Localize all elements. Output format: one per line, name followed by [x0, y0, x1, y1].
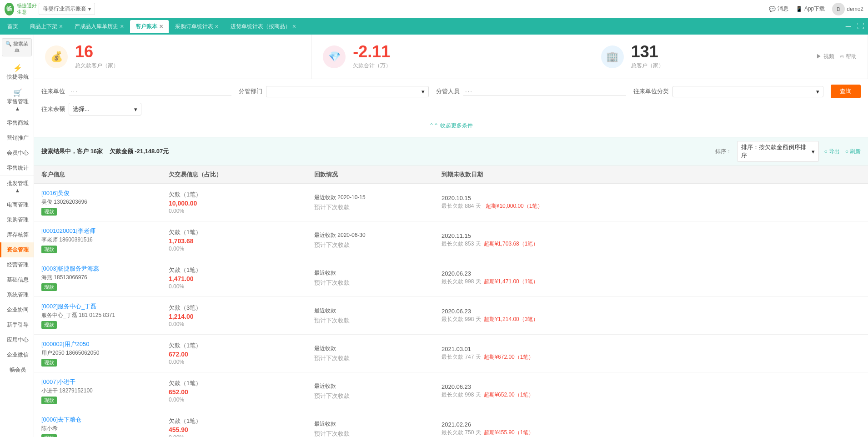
- sidebar-item-retail-mgmt[interactable]: 🛒 零售管理 ▲: [0, 85, 34, 116]
- sidebar-item-finance[interactable]: 资金管理: [0, 242, 34, 257]
- customer-name[interactable]: [0001020001]李老师: [41, 227, 169, 235]
- customer-phone: 小进干 18279152100: [41, 387, 169, 395]
- debt-info-cell: 欠款（1笔） 1,703.68 0.00%: [169, 228, 314, 252]
- tab-close-customer-account[interactable]: ×: [159, 23, 163, 30]
- customer-name[interactable]: [0003]畅捷服务尹海蕊: [41, 265, 169, 273]
- tab-purchase-order[interactable]: 采购订单统计表 ×: [170, 20, 224, 33]
- sidebar-item-quick-nav[interactable]: ⚡ 快捷导航: [0, 60, 34, 85]
- sidebar-search-area: 🔍 搜索菜单: [0, 35, 34, 60]
- balance-select[interactable]: 选择... ▾: [69, 103, 141, 116]
- tab-customer-account[interactable]: 客户账本 ×: [130, 20, 168, 33]
- debt-customers-value: 16: [75, 44, 119, 60]
- quick-nav-icon: ⚡: [3, 64, 32, 72]
- return-status-cell: 最近收款 预计下次收款: [314, 307, 442, 325]
- customer-tag: 现款: [41, 359, 57, 367]
- customer-name[interactable]: [0007]小进干: [41, 378, 169, 386]
- customer-info-cell: [0016]吴俊 吴俊 13026203696 现款: [41, 189, 169, 216]
- overdue-link[interactable]: 超期¥672.00（1笔）: [484, 354, 534, 360]
- overdue-link[interactable]: 超期¥10,000.00（1笔）: [486, 203, 543, 209]
- export-icon: ○: [824, 148, 828, 155]
- refresh-button[interactable]: ○ 刷新: [845, 148, 861, 156]
- results-bar: 搜索结果中，客户 16家 欠款金额 -21,148.07元 排序： 排序：按欠款…: [34, 137, 868, 166]
- table-row: [0002]服务中心_丁磊 服务中心_丁磊 181 0125 8371 现款 欠…: [34, 297, 868, 335]
- sidebar-item-enterprise[interactable]: 企业协同: [0, 302, 34, 317]
- help-button[interactable]: ⊙ 帮助: [840, 53, 857, 60]
- stats-row: 💰 16 总欠款客户（家） 💎 -2.11 欠款合计（万） 🏢 131 总客户（…: [34, 35, 868, 79]
- filter-area: 往来单位 ··· 分管部门 ▾ 分管人员 ···: [34, 79, 868, 137]
- export-button[interactable]: ○ 导出: [824, 148, 840, 156]
- sidebar-item-basic-info[interactable]: 基础信息: [0, 272, 34, 287]
- tab-expand-button[interactable]: ⛶: [855, 22, 866, 30]
- total-customers-label: 总客户（家）: [631, 62, 664, 70]
- tab-close-import-stats[interactable]: ×: [292, 23, 296, 30]
- sidebar-item-enterprise-wechat[interactable]: 企业微信: [0, 347, 34, 362]
- overdue-link[interactable]: 超期¥652.00（1笔）: [484, 392, 534, 398]
- tab-home[interactable]: 首页: [2, 20, 24, 33]
- customer-info-cell: [0002]服务中心_丁磊 服务中心_丁磊 181 0125 8371 现款: [41, 302, 169, 329]
- category-select[interactable]: ▾: [672, 86, 823, 97]
- overdue-link[interactable]: 超期¥455.90（1笔）: [484, 429, 534, 436]
- tab-close-purchase-order[interactable]: ×: [215, 23, 219, 30]
- tab-close-product-history[interactable]: ×: [120, 23, 124, 30]
- overdue-cell: 2021.02.26 最长欠款 750 天 超期¥455.90（1笔）: [442, 421, 861, 437]
- sidebar-item-retail-mall[interactable]: 零售商城: [0, 116, 34, 131]
- user-menu[interactable]: D demo2: [832, 3, 863, 15]
- overdue-link[interactable]: 超期¥1,214.00（3笔）: [484, 316, 538, 322]
- video-button[interactable]: ▶ 视频: [816, 53, 834, 60]
- department-select[interactable]: ▾: [266, 86, 429, 97]
- filter-collapse-button[interactable]: ⌃⌃ 收起更多条件: [41, 120, 861, 131]
- chevron-sort-icon: ▾: [812, 148, 815, 155]
- customer-info-cell: [000002]用户2050 用户2050 18665062050 现款: [41, 340, 169, 367]
- demo-selector[interactable]: 母婴行业演示账套 ▾: [39, 3, 95, 15]
- app-name: 畅捷通好生意: [17, 3, 39, 15]
- supplier-input[interactable]: ···: [70, 88, 78, 95]
- tab-product-history[interactable]: 产成品入库单历史 ×: [69, 20, 129, 33]
- customer-phone: 李老师 18600391516: [41, 236, 169, 244]
- debt-customers-icon: 💰: [45, 45, 68, 68]
- customer-phone: 服务中心_丁磊 181 0125 8371: [41, 311, 169, 319]
- sidebar-item-system[interactable]: 系统管理: [0, 287, 34, 302]
- avatar: D: [832, 3, 845, 15]
- logo-area: 畅 畅捷通好生意: [5, 3, 39, 15]
- debt-amount-value: -2.11: [353, 44, 391, 60]
- tab-product-off[interactable]: 商品上下架 ×: [25, 20, 68, 33]
- staff-input[interactable]: ···: [465, 88, 473, 95]
- retail-mgmt-icon: 🛒: [3, 88, 32, 97]
- collapse-icon: ⌃⌃: [429, 122, 438, 129]
- filter-category: 往来单位分类 ▾: [633, 86, 823, 97]
- sidebar-item-operations[interactable]: 经营管理: [0, 257, 34, 272]
- sort-select[interactable]: 排序：按欠款金额倒序排序 ▾: [737, 141, 819, 162]
- sidebar-item-purchase[interactable]: 采购管理: [0, 212, 34, 227]
- filter-department-label: 分管部门: [239, 87, 262, 95]
- search-menu-button[interactable]: 🔍 搜索菜单: [2, 38, 32, 56]
- sidebar-item-retail-stats[interactable]: 零售统计: [0, 161, 34, 176]
- search-button[interactable]: 查询: [831, 85, 861, 98]
- results-text: 搜索结果中，客户 16家 欠款金额 -21,148.07元: [41, 147, 169, 156]
- sidebar-item-marketing[interactable]: 营销推广: [0, 131, 34, 146]
- customer-name[interactable]: [0006]去下粮仓: [41, 416, 169, 424]
- customer-name[interactable]: [0002]服务中心_丁磊: [41, 302, 169, 311]
- sidebar-item-ecommerce[interactable]: 电商管理: [0, 197, 34, 212]
- debt-amount-label: 欠款合计（万）: [353, 62, 391, 70]
- tab-close-product-off[interactable]: ×: [59, 23, 63, 30]
- sidebar-item-new-guide[interactable]: 新手引导: [0, 317, 34, 332]
- tab-import-stats[interactable]: 进货单统计表（按商品） ×: [225, 20, 301, 33]
- help-icon: ⊙: [840, 53, 844, 60]
- tab-minimize-button[interactable]: ─: [844, 22, 853, 30]
- table-row: [0006]去下粮仓 陈小希 现款 欠款（1笔） 455.90 0.00% 最近…: [34, 410, 868, 437]
- customer-name[interactable]: [000002]用户2050: [41, 340, 169, 348]
- sidebar: 🔍 搜索菜单 ⚡ 快捷导航 🛒 零售管理 ▲ 零售商城 营销推广 会员中心: [0, 35, 34, 437]
- main-content: 💰 16 总欠款客户（家） 💎 -2.11 欠款合计（万） 🏢 131 总客户（…: [34, 35, 868, 437]
- sidebar-item-vip-member[interactable]: 畅会员: [0, 362, 34, 377]
- overdue-link[interactable]: 超期¥1,703.68（1笔）: [484, 241, 538, 247]
- sidebar-item-inventory[interactable]: 库存核算: [0, 227, 34, 242]
- sidebar-item-app-center[interactable]: 应用中心: [0, 332, 34, 347]
- messages-button[interactable]: 💬 消息: [769, 5, 788, 13]
- customer-name[interactable]: [0016]吴俊: [41, 189, 169, 197]
- sidebar-item-member[interactable]: 会员中心: [0, 146, 34, 161]
- sidebar-item-batch-mgmt[interactable]: 批发管理 ▲: [0, 176, 34, 197]
- table-header: 客户信息 欠交易信息（占比） 回款情况 到期未收款日期: [34, 166, 868, 184]
- app-download-button[interactable]: 📱 App下载: [796, 5, 825, 13]
- message-icon: 💬: [769, 6, 776, 12]
- overdue-link[interactable]: 超期¥1,471.00（1笔）: [484, 278, 538, 285]
